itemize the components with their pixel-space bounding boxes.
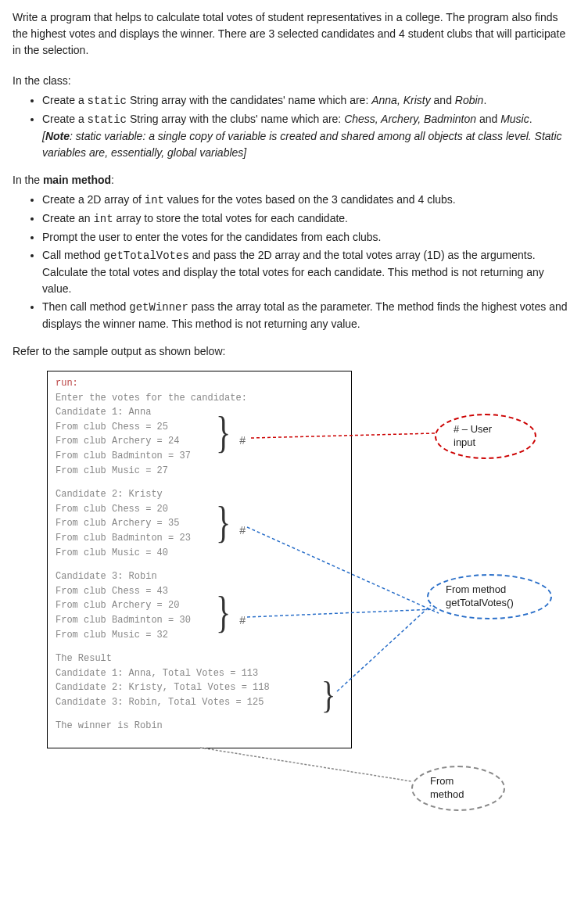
annot-line: From	[430, 775, 486, 788]
note-bold: Note	[45, 130, 70, 142]
hash-1: #	[239, 433, 246, 450]
c1-archery: From club Archery = 24	[56, 434, 343, 449]
txt: Create an	[42, 212, 93, 224]
txt: Then call method	[42, 300, 129, 313]
hash-3: #	[239, 613, 246, 630]
annot-line: # – User	[454, 423, 518, 436]
txt: Call method	[42, 249, 104, 261]
enter-label: Enter the votes for the candidate:	[56, 391, 343, 406]
main-bullets: Create a 2D array of int values for the …	[42, 192, 575, 332]
c1-badminton: From club Badminton = 37	[56, 449, 343, 464]
section-main-label: In the main method:	[13, 172, 575, 188]
brace-result: }	[321, 675, 335, 713]
c2-music: From club Music = 40	[56, 546, 343, 561]
intro-paragraph: Write a program that helps to calculate …	[13, 9, 575, 59]
main-bullet-5: Then call method getWinner pass the arra…	[42, 299, 575, 332]
annot-line: getTotalVotes()	[446, 597, 533, 610]
txt: Create a	[42, 94, 88, 106]
svg-line-4	[200, 748, 411, 781]
annotation-user-input: # – User input	[435, 414, 536, 459]
txt: Create a 2D array of	[42, 193, 145, 206]
result-label: The Result	[56, 651, 343, 666]
c1-music: From club Music = 27	[56, 464, 343, 479]
txt: Create a	[42, 113, 88, 125]
code-int: int	[145, 194, 164, 206]
cand-name: Robin	[455, 94, 484, 106]
c1-chess: From club Chess = 25	[56, 420, 343, 435]
txt: array to store the total votes for each …	[113, 212, 348, 224]
brace-2: }	[216, 501, 231, 545]
code-int: int	[93, 213, 113, 225]
annot-line: input	[454, 436, 518, 450]
txt: :	[111, 174, 114, 186]
output-block-3: Candidate 3: Robin From club Chess = 43 …	[56, 569, 343, 642]
club-names: Chess, Archery, Badminton	[344, 113, 476, 125]
output-block-result: The Result Candidate 1: Anna, Total Vote…	[56, 651, 343, 709]
result-1: Candidate 1: Anna, Total Votes = 113	[56, 666, 343, 681]
output-area: run: Enter the votes for the candidate: …	[13, 371, 575, 809]
code-method: getWinner	[129, 301, 188, 314]
code-method: getTotalVotes	[104, 249, 189, 262]
output-box: run: Enter the votes for the candidate: …	[47, 371, 352, 748]
cand-names: Anna, Kristy	[371, 94, 430, 106]
output-block-1: run: Enter the votes for the candidate: …	[56, 376, 343, 478]
txt: values for the votes based on the 3 cand…	[164, 193, 456, 206]
cand-3: Candidate 3: Robin	[56, 569, 343, 584]
annot-line: method	[430, 788, 486, 802]
code-static: static	[88, 95, 127, 107]
brace-1: }	[216, 411, 231, 455]
c2-archery: From club Archery = 35	[56, 516, 343, 531]
output-block-2: Candidate 2: Kristy From club Chess = 20…	[56, 487, 343, 560]
winner-line: The winner is Robin	[56, 719, 343, 734]
note-line: [Note: static variable: a single copy of…	[42, 128, 575, 161]
class-bullets: Create a static String array with the ca…	[42, 92, 575, 161]
section-class-label: In the class:	[13, 73, 575, 89]
main-bold: main method	[43, 174, 111, 186]
run-label: run:	[56, 376, 343, 391]
c2-badminton: From club Badminton = 23	[56, 531, 343, 546]
main-bullet-1: Create a 2D array of int values for the …	[42, 192, 575, 209]
result-3: Candidate 3: Robin, Total Votes = 125	[56, 695, 343, 710]
annot-line: From method	[446, 583, 533, 597]
c2-chess: From club Chess = 20	[56, 502, 343, 517]
txt: .	[483, 94, 486, 106]
brace-3: }	[216, 591, 231, 635]
result-2: Candidate 2: Kristy, Total Votes = 118	[56, 680, 343, 695]
txt: .	[529, 113, 532, 125]
txt: In the	[13, 174, 43, 186]
club-name: Music	[500, 113, 529, 125]
hash-2: #	[239, 523, 246, 540]
txt: String array with the candidates' name w…	[127, 94, 371, 106]
annotation-getwinner: From method	[411, 766, 505, 811]
main-bullet-4: Call method getTotalVotes and pass the 2…	[42, 247, 575, 297]
cand-1: Candidate 1: Anna	[56, 405, 343, 420]
class-bullet-1: Create a static String array with the ca…	[42, 92, 575, 109]
c3-chess: From club Chess = 43	[56, 584, 343, 599]
txt: String array with the clubs' name which …	[127, 113, 344, 125]
main-bullet-3: Prompt the user to enter the votes for t…	[42, 229, 575, 246]
annotation-gettotalvotes: From method getTotalVotes()	[427, 574, 552, 619]
c3-badminton: From club Badminton = 30	[56, 613, 343, 628]
txt: and	[431, 94, 455, 106]
main-bullet-2: Create an int array to store the total v…	[42, 210, 575, 228]
cand-2: Candidate 2: Kristy	[56, 487, 343, 502]
txt: and	[476, 113, 500, 125]
c3-archery: From club Archery = 20	[56, 598, 343, 613]
class-bullet-2: Create a static String array with the cl…	[42, 111, 575, 161]
code-static: static	[88, 113, 127, 126]
note-text: : static variable: a single copy of vari…	[42, 130, 562, 159]
c3-music: From club Music = 32	[56, 628, 343, 643]
refer-label: Refer to the sample output as shown belo…	[13, 343, 575, 360]
